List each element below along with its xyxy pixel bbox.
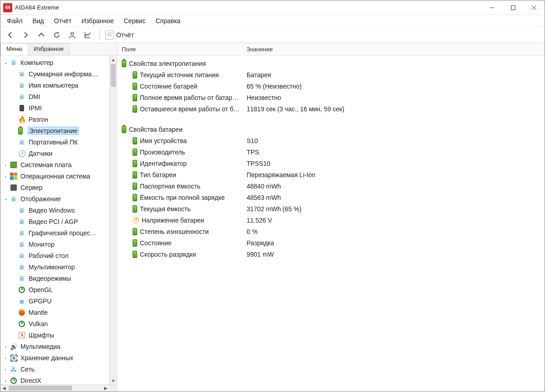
data-row[interactable]: ПроизводительTPS	[117, 146, 545, 158]
tree-label: Рабочий стол	[28, 252, 69, 259]
data-row[interactable]: Состояние батарей65 % (Неизвестно)	[117, 80, 545, 92]
menu-report[interactable]: Отчёт	[50, 16, 75, 25]
server-icon	[10, 184, 18, 192]
tab-favorites[interactable]: Избранное	[28, 43, 69, 55]
nav-up-button[interactable]	[35, 29, 48, 41]
expand-arrow-icon[interactable]: ⌄	[2, 196, 9, 202]
nav-forward-button[interactable]	[20, 29, 32, 41]
scroll-left-icon[interactable]: ◀	[0, 385, 8, 392]
expand-arrow-icon[interactable]: ›	[2, 174, 9, 179]
tree-summary[interactable]: 🖥Суммарная информа…	[0, 68, 109, 79]
tree-mantle[interactable]: Mantle	[0, 307, 109, 318]
tree-vmodes[interactable]: 🖥Видеорежимы	[0, 273, 109, 284]
tab-menu[interactable]: Меню	[0, 43, 28, 55]
section-header[interactable]: Свойства электропитания	[117, 58, 545, 69]
data-row[interactable]: Паспортная ёмкость48840 mWh	[117, 180, 545, 192]
tree-label: Отображение	[20, 195, 62, 203]
data-row[interactable]: Оставшееся время работы от б…11819 сек (…	[117, 103, 545, 114]
data-row[interactable]: Тип батареиПерезаряжаемая Li-Ion	[117, 169, 545, 180]
expand-arrow-icon[interactable]: ›	[2, 367, 9, 372]
close-icon	[532, 5, 536, 10]
data-row[interactable]: Степень изношенности0 %	[117, 226, 545, 237]
tree-computer[interactable]: ⌄🖥Компьютер	[0, 57, 109, 68]
vscroll-thumb[interactable]	[111, 64, 116, 87]
data-row[interactable]: Текущая ёмкость31702 mWh (65 %)	[117, 203, 545, 214]
tree-vpci[interactable]: 🖥Видео PCI / AGP	[0, 216, 109, 227]
close-button[interactable]	[524, 0, 545, 15]
tree-multimedia[interactable]: ›🔊Мультимедиа	[0, 341, 109, 352]
tree-vwin[interactable]: 🖥Видео Windows	[0, 204, 109, 216]
tree-portable[interactable]: 🖥Портативный ПК	[0, 136, 109, 148]
battery-icon	[18, 127, 26, 135]
tree-vulkan[interactable]: Vulkan	[0, 318, 109, 329]
tree-server[interactable]: Сервер	[0, 182, 109, 193]
expand-arrow-icon[interactable]: ›	[2, 162, 9, 168]
expand-arrow-icon[interactable]: ›	[2, 355, 9, 361]
tree-display[interactable]: ⌄🖥Отображение	[0, 193, 109, 204]
data-row[interactable]: Ёмкость при полной зарядке48563 mWh	[117, 192, 545, 203]
col-field[interactable]: Поле	[117, 46, 242, 53]
section-title: Свойства электропитания	[129, 60, 206, 67]
data-row[interactable]: Имя устройстваS10	[117, 135, 545, 146]
tree-dmi[interactable]: 🖥DMI	[0, 91, 109, 102]
tree-network[interactable]: ›🖧Сеть	[0, 363, 109, 375]
tree-fonts[interactable]: AШрифты	[0, 329, 109, 341]
tree-os[interactable]: ›Операционная система	[0, 170, 109, 182]
nav-back-button[interactable]	[4, 29, 17, 41]
expand-arrow-icon[interactable]: ›	[2, 344, 9, 349]
menu-file[interactable]: Файл	[3, 16, 26, 25]
expand-arrow-icon[interactable]: ⌄	[2, 60, 9, 65]
menu-favorites[interactable]: Избранное	[78, 16, 118, 25]
tree-label: Сеть	[20, 366, 35, 373]
tree-label: DirectX	[20, 377, 42, 384]
tree-ipmi[interactable]: IPMI	[0, 102, 109, 114]
data-row[interactable]: ИдентификаторTPSS10	[117, 158, 545, 169]
document-icon	[105, 30, 114, 40]
expand-arrow-icon[interactable]: ›	[2, 378, 9, 383]
tree-hscrollbar[interactable]: ◀ ▶	[0, 384, 109, 392]
tree-label: Суммарная информа…	[28, 70, 99, 78]
tree-cname[interactable]: 🖥Имя компьютера	[0, 79, 109, 91]
hscroll-thumb[interactable]	[9, 386, 72, 391]
user-button[interactable]	[66, 29, 79, 41]
tree-gpu[interactable]: 🖥Графический процес…	[0, 227, 109, 238]
tree-overclock[interactable]: 🔥Разгон	[0, 114, 109, 125]
tree-power[interactable]: Электропитание	[0, 125, 109, 136]
tree-mobo[interactable]: ›Системная плата	[0, 159, 109, 170]
field-value: TPS	[242, 149, 545, 156]
data-row[interactable]: Скорость разрядки9901 mW	[117, 248, 545, 260]
column-header[interactable]: Поле Значение	[117, 43, 545, 56]
data-row[interactable]: Напряжение батареи11.526 V	[117, 214, 545, 226]
maximize-button[interactable]	[503, 0, 524, 15]
refresh-button[interactable]	[50, 29, 63, 41]
tree-desk[interactable]: 🖥Рабочий стол	[0, 250, 109, 261]
tree-label: Датчики	[28, 150, 53, 157]
scroll-down-icon[interactable]: ▼	[110, 377, 117, 384]
menu-tools[interactable]: Сервис	[120, 16, 149, 25]
tree-label: OpenGL	[28, 286, 54, 293]
graph-button[interactable]	[81, 29, 94, 41]
minimize-button[interactable]	[482, 0, 503, 15]
data-row[interactable]: Полное время работы от батар…Неизвестно	[117, 92, 545, 103]
col-value[interactable]: Значение	[242, 46, 545, 53]
tree-storage[interactable]: ›💽Хранение данных	[0, 352, 109, 363]
tree-mon[interactable]: 🖥Монитор	[0, 238, 109, 250]
tree-directx[interactable]: ›DirectX	[0, 375, 109, 384]
section-header[interactable]: Свойства батареи	[117, 124, 545, 135]
monitor-icon: 🖥	[10, 195, 18, 203]
menu-help[interactable]: Справка	[152, 16, 184, 25]
menu-view[interactable]: Вид	[29, 16, 47, 25]
tree-vscrollbar[interactable]: ▲ ▼	[109, 56, 117, 384]
tree-label: GPGPU	[28, 298, 53, 305]
tree-gpgpu[interactable]: ≣GPGPU	[0, 295, 109, 307]
scroll-right-icon[interactable]: ▶	[102, 385, 109, 392]
data-row[interactable]: СостояниеРазрядка	[117, 237, 545, 248]
tree-multimon[interactable]: 🖥Мультимонитор	[0, 261, 109, 273]
scroll-up-icon[interactable]: ▲	[110, 56, 117, 63]
report-button[interactable]: Отчёт	[105, 30, 134, 40]
nav-tree[interactable]: ⌄🖥Компьютер🖥Суммарная информа…🖥Имя компь…	[0, 56, 109, 384]
data-row[interactable]: Текущий источник питанияБатарея	[117, 69, 545, 80]
tree-sensors[interactable]: 🕑Датчики	[0, 148, 109, 159]
tree-opengl[interactable]: OpenGL	[0, 284, 109, 295]
titlebar: 64 AIDA64 Extreme	[0, 0, 545, 15]
